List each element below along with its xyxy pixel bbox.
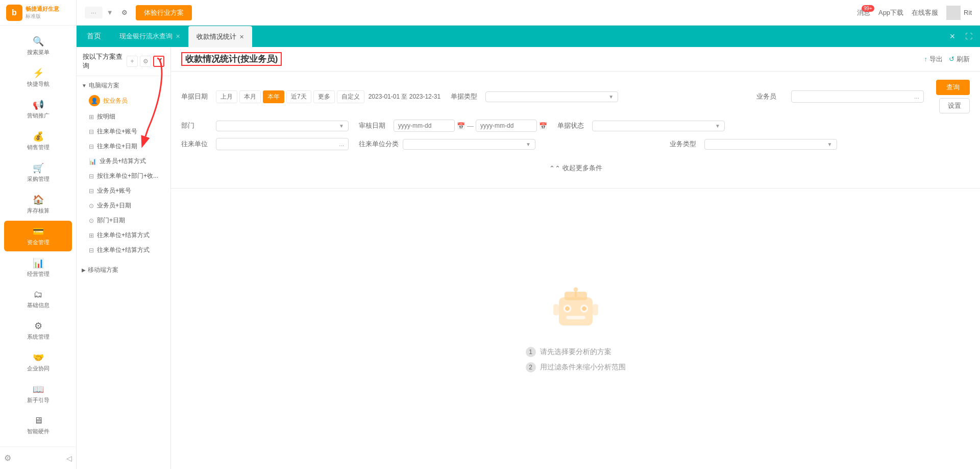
empty-step-1: 1 请先选择要分析的方案 <box>526 347 626 357</box>
refresh-button[interactable]: ↺ 刷新 <box>949 55 970 64</box>
sidebar-item-hardware[interactable]: 🖥 智能硬件 <box>4 410 72 440</box>
date-condition-group: 单据日期 上月 本月 本年 近7天 更多 自定义 2023-01-01 至 20… <box>181 90 440 103</box>
tab-collection-stats-label: 收款情况统计 <box>197 32 236 41</box>
sidebar-item-basic[interactable]: 🗂 基础信息 <box>4 284 72 314</box>
main-content: ··· ▼ ⚙ 体验行业方案 消息 99+ App下载 在线客服 Rit 首页 <box>77 0 980 469</box>
doc-status-group: 单据状态 ▼ <box>557 121 970 131</box>
tab-bar: 首页 现金银行流水查询 ✕ 收款情况统计 ✕ ✕ ⛶ <box>77 26 980 47</box>
scheme-item-counterpart-date[interactable]: ⊟ 往来单位+日期 <box>77 139 170 154</box>
audit-date-inputs: 📅 — 📅 <box>394 120 547 132</box>
header-dropdown-icon[interactable]: ▼ <box>107 9 113 16</box>
audit-date-label: 审核日期 <box>359 121 389 130</box>
sidebar-item-system[interactable]: ⚙ 系统管理 <box>4 315 72 346</box>
audit-date-start-input[interactable] <box>394 120 455 132</box>
sidebar-item-inventory[interactable]: 🏠 库存核算 <box>4 189 72 220</box>
scheme-section-title-desktop[interactable]: ▼ 电脑端方案 <box>77 79 170 92</box>
empty-state: 1 请先选择要分析的方案 2 用过滤条件来缩小分析范围 <box>171 189 980 469</box>
scheme-item-by-staff[interactable]: 👤 按业务员 <box>77 92 170 109</box>
operation-icon: 📊 <box>33 257 44 269</box>
date-btn-more[interactable]: 更多 <box>313 90 335 103</box>
sidebar-item-guide[interactable]: 📖 新手引导 <box>4 379 72 409</box>
scheme-item-dept-date[interactable]: ⊙ 部门+日期 <box>77 213 170 228</box>
user-avatar[interactable]: Rit <box>946 6 972 20</box>
sidebar-item-operation[interactable]: 📊 经营管理 <box>4 252 72 283</box>
by-staff-icon: 👤 <box>89 95 100 106</box>
app-download-link[interactable]: App下载 <box>878 8 903 17</box>
system-label: 系统管理 <box>27 333 50 341</box>
date-btn-last-month[interactable]: 上月 <box>216 90 237 103</box>
tab-expand-icon[interactable]: ⛶ <box>962 29 976 43</box>
sidebar-item-wechat[interactable]: 💬 企业微信 <box>4 441 72 447</box>
tab-collection-stats[interactable]: 收款情况统计 ✕ <box>188 26 252 48</box>
audit-date-start-calendar[interactable]: 📅 <box>457 122 465 130</box>
svg-point-7 <box>565 306 570 311</box>
counterpart-type-select[interactable]: ▼ <box>403 139 535 150</box>
sidebar-item-enterprise[interactable]: 🤝 企业协同 <box>4 347 72 378</box>
scheme-item-counterpart-settle2[interactable]: ⊟ 往来单位+结算方式 <box>77 243 170 257</box>
tab-close-all-icon[interactable]: ✕ <box>945 29 960 43</box>
date-btn-7days[interactable]: 近7天 <box>286 90 311 103</box>
scheme-section-title-mobile[interactable]: ▶ 移动端方案 <box>77 264 170 276</box>
query-button[interactable]: 查询 <box>936 80 970 95</box>
collapse-button[interactable]: ⌃⌃ 收起更多条件 <box>546 160 605 176</box>
message-icon[interactable]: 消息 99+ <box>857 8 870 17</box>
date-btn-custom[interactable]: 自定义 <box>337 90 364 103</box>
footer-collapse-icon[interactable]: ◁ <box>66 454 72 462</box>
finance-icon: 💳 <box>33 226 44 237</box>
dept-group: 部门 ▼ <box>181 121 349 131</box>
online-service-link[interactable]: 在线客服 <box>912 8 938 17</box>
sidebar-item-marketing[interactable]: 📢 营销推广 <box>4 94 72 125</box>
sidebar: b 畅捷通好生意 标准版 🔍 搜索菜单 ⚡ 快捷导航 📢 营销推广 💰 销售管理… <box>0 0 77 469</box>
sidebar-item-sales[interactable]: 💰 销售管理 <box>4 126 72 156</box>
settings-button[interactable]: 设置 <box>939 98 970 113</box>
tab-bank-flow-close[interactable]: ✕ <box>176 33 180 40</box>
sidebar-logo: b 畅捷通好生意 标准版 <box>0 0 76 26</box>
date-btn-this-month[interactable]: 本月 <box>239 90 261 103</box>
trial-button[interactable]: 体验行业方案 <box>136 5 192 20</box>
dept-select[interactable]: ▼ <box>216 121 349 131</box>
scheme-item-by-detail[interactable]: ⊞ 按明细 <box>77 109 170 124</box>
logo-icon: b <box>6 5 22 21</box>
breadcrumb: ··· <box>85 7 103 18</box>
staff-settle-icon: 📊 <box>89 158 96 165</box>
scheme-settings-button[interactable]: ⚙ <box>140 56 151 67</box>
scheme-item-staff-settle[interactable]: 📊 业务员+结算方式 <box>77 154 170 169</box>
sidebar-item-finance[interactable]: 💳 资金管理 <box>4 221 72 251</box>
doc-status-select[interactable]: ▼ <box>592 121 725 131</box>
staff-input[interactable]: ... <box>791 90 924 103</box>
scheme-item-counterpart-settle1[interactable]: ⊞ 往来单位+结算方式 <box>77 228 170 243</box>
audit-date-end-calendar[interactable]: 📅 <box>539 122 547 130</box>
footer-settings-icon[interactable]: ⚙ <box>4 453 11 463</box>
tab-bar-actions: ✕ ⛶ <box>945 29 980 43</box>
counterpart-type-group: 往来单位分类 ▼ <box>359 139 659 150</box>
scheme-item-counterpart-dept-collect[interactable]: ⊟ 按往来单位+部门+收... <box>77 169 170 183</box>
biz-type-select[interactable]: ▼ <box>704 139 837 150</box>
empty-state-icon <box>548 280 604 337</box>
export-button[interactable]: ↑ 导出 <box>924 55 943 64</box>
staff-group: 业务员 ... <box>756 90 924 103</box>
sidebar-item-search[interactable]: 🔍 搜索菜单 <box>4 31 72 61</box>
doc-type-select[interactable]: ▼ <box>485 91 618 102</box>
date-btn-this-year[interactable]: 本年 <box>263 90 284 103</box>
purchase-icon: 🛒 <box>33 162 44 174</box>
counterpart-dept-collect-icon: ⊟ <box>89 173 94 180</box>
audit-date-end-input[interactable] <box>476 120 537 132</box>
doc-type-group: 单据类型 ▼ <box>451 91 746 102</box>
tab-bank-flow[interactable]: 现金银行流水查询 ✕ <box>111 26 188 47</box>
header-settings-icon[interactable]: ⚙ <box>117 6 132 20</box>
enterprise-label: 企业协同 <box>27 365 50 372</box>
scheme-item-counterpart-account[interactable]: ⊟ 往来单位+账号 <box>77 124 170 139</box>
scheme-add-button[interactable]: + <box>127 56 138 67</box>
staff-more-btn[interactable]: ... <box>914 93 919 100</box>
sidebar-item-purchase[interactable]: 🛒 采购管理 <box>4 157 72 188</box>
scheme-collapse-button[interactable]: 《 <box>153 56 164 67</box>
scheme-item-staff-account[interactable]: ⊟ 业务员+账号 <box>77 183 170 198</box>
tab-collection-stats-close[interactable]: ✕ <box>239 34 244 40</box>
scheme-item-staff-date[interactable]: ⊙ 业务员+日期 <box>77 198 170 213</box>
counterpart-more-btn[interactable]: ... <box>339 140 344 148</box>
doc-status-label: 单据状态 <box>557 121 588 130</box>
tab-home[interactable]: 首页 <box>77 26 111 47</box>
counterpart-input[interactable]: ... <box>216 138 349 150</box>
biz-type-group: 业务类型 ▼ <box>670 139 970 150</box>
sidebar-item-quick-nav[interactable]: ⚡ 快捷导航 <box>4 62 72 93</box>
